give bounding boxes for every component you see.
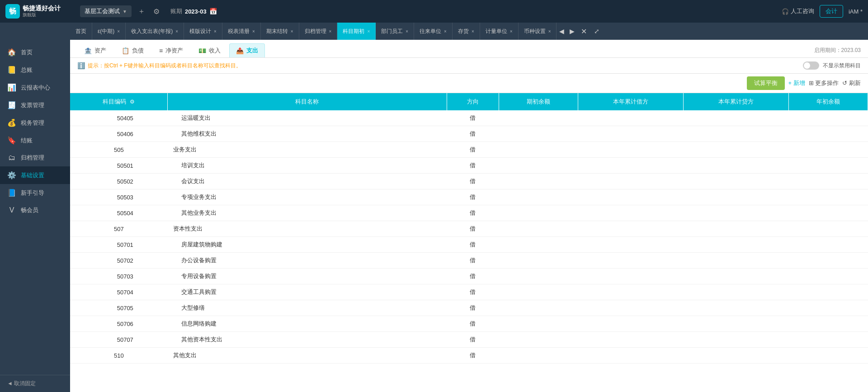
tab-unit[interactable]: 计量单位× xyxy=(480,23,519,40)
sidebar-item-tax_mgmt[interactable]: 💰 税务管理 xyxy=(0,114,70,132)
sub-tab-liability[interactable]: 📋 负债 xyxy=(115,43,151,57)
tab-close-icon[interactable]: × xyxy=(175,29,178,34)
tab-close-icon[interactable]: × xyxy=(472,29,474,34)
table-row[interactable]: 50706信息网络购建借 xyxy=(70,316,868,332)
tab-prev-button[interactable]: ◀ xyxy=(557,23,567,40)
cell-ytd-credit xyxy=(684,348,789,364)
tab-interim[interactable]: ε(中期)× xyxy=(92,23,126,40)
tab-dept[interactable]: 部门员工× xyxy=(376,23,414,40)
sidebar-item-ledger[interactable]: 📒 总账 xyxy=(0,61,70,79)
tab-inventory[interactable]: 存货× xyxy=(453,23,480,40)
add-button[interactable]: + 新增 xyxy=(788,79,805,87)
table-row[interactable]: 50406其他维权支出借 xyxy=(70,126,868,142)
cell-ytd-credit xyxy=(684,174,789,189)
toggle-area: 不显示禁用科目 xyxy=(803,61,861,70)
tab-close-icon[interactable]: × xyxy=(329,29,332,34)
cell-code: 50702 xyxy=(70,253,168,269)
more-ops-button[interactable]: ⊞ 更多操作 xyxy=(809,79,839,87)
sub-tab-label-liability: 负债 xyxy=(132,47,144,55)
main-layout: 🏠 首页 📒 总账 📊 云报表中心 🧾 发票管理 💰 税务管理 🔖 结账 🗂 归… xyxy=(0,40,868,392)
account-button[interactable]: 会计 xyxy=(820,5,843,18)
table-row[interactable]: 50405运温暖支出借 xyxy=(70,110,868,126)
settings-icon[interactable]: ⚙ xyxy=(151,5,161,18)
toggle-label: 不显示禁用科目 xyxy=(823,62,861,70)
tab-archive_mgmt[interactable]: 归档管理× xyxy=(299,23,338,40)
company-selector[interactable]: 基层工会测试 ▼ xyxy=(80,5,132,17)
tab-template[interactable]: 模版设计× xyxy=(184,23,222,40)
table-row[interactable]: 50504其他业务支出借 xyxy=(70,205,868,221)
table-row[interactable]: 50704交通工具购置借 xyxy=(70,284,868,300)
tab-contacts[interactable]: 往来单位× xyxy=(414,23,453,40)
cell-name: 培训支出 xyxy=(168,158,447,174)
cell-direction: 借 xyxy=(447,189,499,205)
service-label: 人工咨询 xyxy=(791,7,814,15)
calc-balance-button[interactable]: 试算平衡 xyxy=(747,76,785,90)
sub-tab-equity[interactable]: ≡ 净资产 xyxy=(152,43,190,57)
cell-ytd-credit xyxy=(684,332,789,348)
tab-next-button[interactable]: ▶ xyxy=(567,23,577,40)
tab-close-icon[interactable]: × xyxy=(548,29,551,34)
table-row[interactable]: 505业务支出借 xyxy=(70,142,868,158)
tab-close-icon[interactable]: × xyxy=(444,29,447,34)
cell-year-balance xyxy=(789,189,868,205)
cell-direction: 借 xyxy=(447,142,499,158)
cell-code: 50703 xyxy=(70,269,168,284)
tab-period_end[interactable]: 期末结转× xyxy=(261,23,299,40)
sidebar-item-home[interactable]: 🏠 首页 xyxy=(0,43,70,61)
refresh-button[interactable]: ↺ 刷新 xyxy=(842,79,861,87)
table-row[interactable]: 507资本性支出借 xyxy=(70,221,868,237)
action-toolbar: 试算平衡 + 新增 ⊞ 更多操作 ↺ 刷新 xyxy=(70,74,868,93)
table-row[interactable]: 50501培训支出借 xyxy=(70,158,868,174)
cell-year-balance xyxy=(789,174,868,189)
table-row[interactable]: 510其他支出借 xyxy=(70,348,868,364)
sidebar-item-checkout[interactable]: 🔖 结账 xyxy=(0,132,70,149)
add-tab-button[interactable]: ＋ xyxy=(136,5,147,18)
logo-icon: 畅 xyxy=(5,4,20,19)
tab-close-icon[interactable]: × xyxy=(117,29,120,34)
sidebar-item-invoice[interactable]: 🧾 发票管理 xyxy=(0,96,70,114)
table-row[interactable]: 50705大型修缮借 xyxy=(70,300,868,316)
sidebar-item-settings[interactable]: ⚙️ 基础设置 xyxy=(0,166,70,184)
table-row[interactable]: 50702办公设备购置借 xyxy=(70,253,868,269)
table-row[interactable]: 50707其他资本性支出借 xyxy=(70,332,868,348)
table-row[interactable]: 50503专项业务支出借 xyxy=(70,189,868,205)
disable-toggle[interactable] xyxy=(803,61,819,70)
close-all-tabs-button[interactable]: ✕ xyxy=(577,23,590,40)
table-row[interactable]: 50502会议支出借 xyxy=(70,174,868,189)
tab-close-icon[interactable]: × xyxy=(406,29,408,34)
tab-subject_period[interactable]: 科目期初× xyxy=(337,23,376,40)
maximize-button[interactable]: ⤢ xyxy=(590,23,603,40)
sub-tab-income[interactable]: 💵 收入 xyxy=(192,43,227,57)
tab-currency[interactable]: 币种设置× xyxy=(519,23,557,40)
cell-code: 50501 xyxy=(70,158,168,174)
calendar-icon[interactable]: 📅 xyxy=(209,8,217,15)
sidebar-item-member[interactable]: V 畅会员 xyxy=(0,202,70,219)
sidebar-item-guide[interactable]: 📘 新手引导 xyxy=(0,184,70,202)
sub-tab-icon-expense: 📤 xyxy=(236,47,244,54)
table-body: 50405运温暖支出借50406其他维权支出借505业务支出借50501培训支出… xyxy=(70,110,868,364)
sidebar-item-report[interactable]: 📊 云报表中心 xyxy=(0,79,70,96)
info-icon: ℹ️ xyxy=(77,62,85,69)
sidebar-item-archive[interactable]: 🗂 归档管理 xyxy=(0,149,70,166)
cell-name: 交通工具购置 xyxy=(168,284,447,300)
tab-close-icon[interactable]: × xyxy=(367,29,370,34)
table-container[interactable]: 科目编码 ⚙科目名称方向期初余额本年累计借方本年累计贷方年初余额 50405运温… xyxy=(70,93,868,392)
cell-name: 会议支出 xyxy=(168,174,447,189)
subject-table: 科目编码 ⚙科目名称方向期初余额本年累计借方本年累计贷方年初余额 50405运温… xyxy=(70,93,868,364)
tab-home[interactable]: 首页 xyxy=(70,23,92,40)
service-button[interactable]: 🎧 人工咨询 xyxy=(782,7,814,15)
tab-close-icon[interactable]: × xyxy=(214,29,217,34)
table-row[interactable]: 50703专用设备购置借 xyxy=(70,269,868,284)
tab-tax[interactable]: 税表清册× xyxy=(222,23,261,40)
tab-annual[interactable]: 收入支出表(年报)× xyxy=(126,23,184,40)
sidebar-collapse-button[interactable]: ◄ 取消固定 xyxy=(0,375,70,392)
tab-close-icon[interactable]: × xyxy=(291,29,293,34)
table-row[interactable]: 50701房屋建筑物购建借 xyxy=(70,237,868,253)
sub-tab-asset[interactable]: 🏦 资产 xyxy=(77,43,113,57)
col-settings-icon[interactable]: ⚙ xyxy=(130,99,135,105)
tab-close-icon[interactable]: × xyxy=(252,29,255,34)
tab-close-icon[interactable]: × xyxy=(510,29,513,34)
sub-tab-expense[interactable]: 📤 支出 xyxy=(229,43,265,57)
cell-code: 50502 xyxy=(70,174,168,189)
sub-tab-label-equity: 净资产 xyxy=(165,47,183,55)
